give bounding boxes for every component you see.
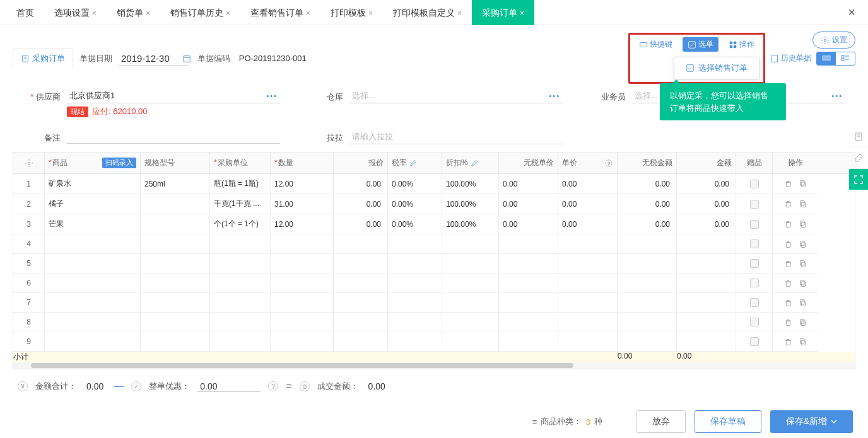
view-card-icon[interactable]	[836, 52, 855, 65]
abandon-button[interactable]: 放弃	[636, 410, 686, 433]
cell-unit	[210, 274, 271, 293]
discount-input[interactable]: 0.00	[197, 381, 261, 392]
link-tool-icon[interactable]	[849, 147, 868, 169]
gift-checkbox[interactable]	[750, 337, 759, 346]
delete-icon[interactable]	[784, 318, 792, 326]
copy-icon[interactable]	[799, 338, 807, 346]
svg-rect-5	[640, 42, 647, 47]
table-row[interactable]: 1矿泉水250ml瓶(1瓶 = 1瓶)12.000.000.00%100.00%…	[13, 174, 855, 194]
tab-sales-history[interactable]: 销售订单历史×	[160, 0, 240, 25]
copy-icon[interactable]	[799, 180, 807, 188]
more-icon[interactable]: •••	[266, 92, 278, 100]
settings-column-header[interactable]	[13, 153, 45, 173]
more-icon[interactable]: •••	[831, 92, 843, 100]
history-button[interactable]: 历史单据	[770, 53, 811, 64]
table-row[interactable]: 8	[13, 313, 855, 332]
more-icon[interactable]: •••	[549, 92, 560, 100]
table-row[interactable]: 9	[13, 332, 855, 352]
currency-icon: ¥	[18, 381, 28, 391]
line-items-table: 商品扫码录入 规格型号 采购单位 数量 报价 税率 折扣% 无税单价 单价? 无…	[13, 152, 855, 369]
svg-rect-27	[801, 182, 806, 187]
lala-field: 拉拉 请输入拉拉	[305, 130, 563, 144]
tab-view-sales[interactable]: 查看销售订单×	[240, 0, 320, 25]
save-draft-button[interactable]: 保存草稿	[695, 410, 761, 433]
gift-checkbox[interactable]	[750, 298, 759, 307]
close-icon[interactable]: ×	[520, 9, 524, 18]
close-icon[interactable]: ×	[368, 9, 373, 18]
delete-icon[interactable]	[784, 200, 792, 208]
cell-gift	[736, 274, 773, 293]
expand-tool-icon[interactable]	[849, 169, 868, 190]
settings-button[interactable]: 设置	[812, 32, 855, 49]
tab-print-template[interactable]: 打印模板×	[320, 0, 383, 25]
close-icon[interactable]: ×	[306, 9, 310, 18]
copy-icon[interactable]	[799, 299, 807, 307]
tab-options[interactable]: 选项设置×	[44, 0, 107, 25]
delete-icon[interactable]	[784, 260, 792, 268]
delete-icon[interactable]	[784, 279, 792, 287]
operate-button[interactable]: 操作	[724, 37, 760, 52]
edit-icon[interactable]	[470, 159, 479, 168]
remark-input[interactable]	[67, 130, 280, 144]
gift-checkbox[interactable]	[750, 259, 759, 268]
tab-sales-doc[interactable]: 销货单×	[107, 0, 160, 25]
shortcut-button[interactable]: 快捷键	[634, 37, 677, 52]
delete-icon[interactable]	[784, 180, 792, 188]
table-row[interactable]: 3芒果个(1个 = 1个)12.000.000.00%100.00%0.000.…	[13, 214, 855, 234]
table-row[interactable]: 4	[13, 234, 855, 254]
svg-rect-48	[800, 260, 804, 265]
totals-row: ¥ 金额合计： 0.00 — ✓ 整单优惠： 0.00 ? = ⊙ 成交金额： …	[0, 369, 868, 403]
svg-rect-43	[800, 241, 804, 245]
cell-amount-no-tax	[618, 332, 677, 352]
col-price-no-tax: 无税单价	[499, 153, 558, 173]
delete-icon[interactable]	[784, 220, 792, 228]
close-icon[interactable]: ×	[146, 9, 150, 18]
close-icon[interactable]: ×	[92, 9, 97, 18]
copy-icon[interactable]	[799, 220, 807, 228]
save-and-new-button[interactable]: 保存&新增	[770, 410, 853, 433]
gift-checkbox[interactable]	[750, 220, 759, 229]
scan-badge[interactable]: 扫码录入	[102, 158, 136, 168]
table-row[interactable]: 5	[13, 254, 855, 274]
table-row[interactable]: 6	[13, 274, 855, 293]
delete-icon[interactable]	[784, 299, 792, 307]
select-sales-order-item[interactable]: 选择销售订单	[674, 57, 760, 79]
close-icon[interactable]: ×	[226, 9, 230, 18]
table-row[interactable]: 2橘子千克(1千克 ...31.000.000.00%100.00%0.000.…	[13, 194, 855, 214]
deal-label: 成交金额：	[317, 381, 358, 392]
cell-price: 0.00	[558, 194, 618, 214]
delete-icon[interactable]	[784, 240, 792, 248]
gift-checkbox[interactable]	[750, 180, 759, 188]
copy-icon[interactable]	[799, 318, 807, 326]
gift-checkbox[interactable]	[750, 318, 759, 326]
copy-icon[interactable]	[799, 260, 807, 268]
copy-icon[interactable]	[799, 279, 807, 287]
help-icon[interactable]: ?	[604, 159, 613, 168]
close-icon[interactable]: ×	[457, 9, 462, 18]
lala-input[interactable]: 请输入拉拉	[349, 130, 563, 144]
tab-purchase-order[interactable]: 采购订单×	[472, 0, 534, 25]
gift-checkbox[interactable]	[750, 200, 759, 209]
help-icon[interactable]: ?	[268, 381, 278, 391]
date-input[interactable]: 2019-12-30	[119, 52, 189, 66]
svg-rect-37	[801, 222, 806, 227]
supplier-input[interactable]: 北京供应商1•••	[67, 89, 280, 103]
edit-icon[interactable]	[409, 159, 418, 168]
tab-print-custom[interactable]: 打印模板自定义×	[383, 0, 472, 25]
select-order-button[interactable]: 选单	[683, 37, 718, 52]
svg-rect-67	[801, 340, 806, 345]
note-tool-icon[interactable]	[849, 126, 868, 147]
gift-checkbox[interactable]	[750, 279, 759, 287]
warehouse-input[interactable]: 选择...•••	[349, 89, 563, 103]
delete-icon[interactable]	[784, 338, 792, 346]
copy-icon[interactable]	[799, 200, 807, 208]
close-all-icon[interactable]: ×	[842, 5, 862, 20]
view-list-icon[interactable]	[817, 52, 836, 65]
table-row[interactable]: 7	[13, 293, 855, 313]
gift-checkbox[interactable]	[750, 239, 759, 248]
copy-icon[interactable]	[799, 240, 807, 248]
horizontal-scrollbar[interactable]	[13, 362, 855, 369]
view-toggle	[816, 52, 855, 66]
tab-home[interactable]: 首页	[6, 0, 44, 25]
document-type-tab[interactable]: 采购订单	[13, 49, 73, 68]
